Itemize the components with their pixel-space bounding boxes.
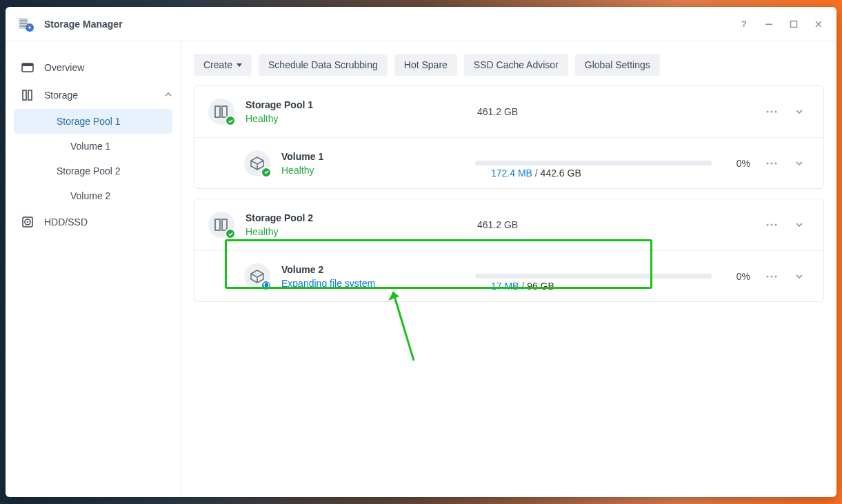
titlebar: Storage Manager ? — [6, 7, 836, 41]
minimize-button[interactable] — [759, 14, 779, 34]
total-size: 442.6 GB — [541, 168, 581, 179]
button-label: Create — [203, 59, 232, 70]
storage-pool-1-row[interactable]: Storage Pool 1 Healthy 461.2 GB — [194, 86, 823, 137]
toolbar: Create Schedule Data Scrubbing Hot Spare… — [194, 54, 824, 76]
more-actions-button[interactable] — [761, 214, 782, 235]
used-size[interactable]: 17 MB — [491, 281, 519, 292]
svg-point-29 — [766, 275, 768, 277]
svg-rect-17 — [222, 106, 227, 117]
svg-rect-1 — [20, 20, 27, 21]
svg-point-21 — [766, 162, 768, 164]
svg-point-15 — [27, 221, 28, 223]
more-actions-button[interactable] — [761, 266, 782, 287]
volume-usage-text: 172.4 MB / 442.6 GB — [491, 168, 581, 179]
schedule-scrubbing-button[interactable]: Schedule Data Scrubbing — [259, 54, 388, 76]
svg-rect-12 — [28, 90, 32, 100]
svg-rect-2 — [20, 23, 27, 24]
pool-name: Storage Pool 1 — [245, 99, 466, 110]
sync-badge-icon — [261, 280, 272, 291]
expand-toggle-button[interactable] — [789, 214, 810, 235]
svg-rect-8 — [791, 21, 797, 27]
sidebar-item-label: Overview — [44, 62, 84, 73]
svg-point-20 — [774, 110, 776, 112]
pool-capacity: 461.2 GB — [477, 219, 615, 230]
storage-pool-1-card: Storage Pool 1 Healthy 461.2 GB — [194, 85, 824, 189]
sidebar-item-storage-pool-2[interactable]: Storage Pool 2 — [14, 159, 172, 183]
svg-rect-10 — [22, 63, 33, 66]
hot-spare-button[interactable]: Hot Spare — [394, 54, 457, 76]
sidebar-item-storage[interactable]: Storage — [6, 81, 181, 109]
svg-point-28 — [774, 223, 776, 225]
window-title: Storage Manager — [44, 19, 734, 30]
usage-percent: 0% — [723, 158, 750, 169]
sidebar-item-label: Volume 1 — [70, 141, 110, 152]
usage-bar — [475, 274, 712, 279]
hdd-icon — [21, 215, 34, 229]
close-button[interactable] — [809, 14, 828, 34]
chevron-up-icon — [164, 90, 172, 101]
svg-point-31 — [774, 275, 776, 277]
volume-icon — [244, 150, 270, 177]
svg-point-22 — [770, 162, 772, 164]
help-button[interactable]: ? — [734, 14, 754, 34]
button-label: Schedule Data Scrubbing — [268, 59, 378, 70]
sidebar-item-label: Volume 2 — [70, 190, 110, 201]
button-label: SSD Cache Advisor — [474, 59, 559, 70]
pool-status: Healthy — [245, 113, 466, 124]
sidebar-item-label: Storage — [44, 90, 78, 101]
svg-rect-11 — [23, 90, 26, 100]
volume-2-row[interactable]: Volume 2 Expanding file system 0% — [194, 250, 823, 301]
volume-usage-text: 17 MB / 96 GB — [491, 281, 554, 292]
pool-capacity: 461.2 GB — [477, 106, 615, 117]
volume-name: Volume 1 — [281, 151, 464, 162]
storage-pool-2-row[interactable]: Storage Pool 2 Healthy 461.2 GB — [194, 199, 823, 250]
expand-toggle-button[interactable] — [789, 101, 810, 122]
maximize-button[interactable] — [784, 14, 803, 34]
svg-point-19 — [770, 110, 772, 112]
used-size[interactable]: 172.4 MB — [491, 168, 532, 179]
create-button[interactable]: Create — [194, 54, 252, 76]
storage-pool-icon — [208, 99, 234, 125]
overview-icon — [21, 61, 34, 74]
svg-rect-24 — [215, 219, 220, 230]
volume-name: Volume 2 — [281, 264, 464, 275]
ssd-cache-advisor-button[interactable]: SSD Cache Advisor — [464, 54, 568, 76]
volume-status[interactable]: Expanding file system — [281, 278, 464, 289]
sidebar-item-storage-pool-1[interactable]: Storage Pool 1 — [14, 109, 172, 134]
storage-pool-icon — [208, 212, 234, 238]
sidebar-item-hdd-ssd[interactable]: HDD/SSD — [6, 208, 181, 236]
svg-point-27 — [770, 223, 772, 225]
total-size: 96 GB — [527, 281, 554, 292]
volume-1-row[interactable]: Volume 1 Healthy 0% — [194, 137, 823, 188]
app-icon — [18, 16, 34, 32]
volume-icon — [244, 263, 270, 290]
expand-toggle-button[interactable] — [789, 153, 810, 174]
more-actions-button[interactable] — [761, 153, 782, 174]
sidebar-item-label: HDD/SSD — [44, 216, 88, 228]
sidebar-item-volume-1[interactable]: Volume 1 — [14, 134, 172, 159]
sidebar-item-volume-2[interactable]: Volume 2 — [14, 183, 172, 208]
storage-pool-2-card: Storage Pool 2 Healthy 461.2 GB — [194, 199, 824, 302]
usage-bar — [475, 161, 712, 165]
volume-status: Healthy — [281, 165, 464, 176]
svg-point-26 — [766, 223, 768, 225]
main-content: Create Schedule Data Scrubbing Hot Spare… — [181, 41, 836, 497]
sidebar-item-label: Storage Pool 1 — [57, 116, 121, 127]
sidebar-item-overview[interactable]: Overview — [6, 54, 181, 81]
usage-percent: 0% — [723, 271, 750, 282]
svg-point-23 — [774, 162, 776, 164]
svg-point-30 — [770, 275, 772, 277]
sidebar: Overview Storage Storage Pool 1 Volume 1… — [6, 41, 181, 497]
caret-down-icon — [237, 63, 242, 67]
pool-status: Healthy — [245, 226, 466, 237]
global-settings-button[interactable]: Global Settings — [575, 54, 660, 76]
svg-rect-25 — [222, 219, 227, 230]
storage-icon — [21, 88, 34, 102]
more-actions-button[interactable] — [761, 101, 782, 122]
pool-name: Storage Pool 2 — [245, 212, 466, 223]
expand-toggle-button[interactable] — [789, 266, 810, 287]
button-label: Global Settings — [585, 59, 650, 70]
sidebar-item-label: Storage Pool 2 — [57, 165, 121, 177]
healthy-badge-icon — [225, 228, 236, 239]
svg-text:?: ? — [741, 19, 747, 29]
